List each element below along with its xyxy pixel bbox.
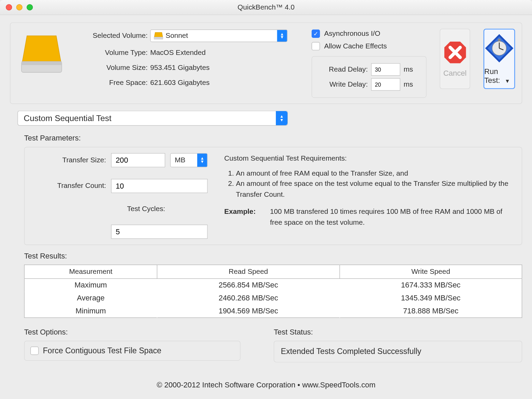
free-space-label: Free Space:: [75, 79, 150, 87]
allow-cache-label: Allow Cache Effects: [324, 42, 387, 50]
svg-rect-2: [154, 37, 163, 39]
volume-size-label: Volume Size:: [75, 64, 150, 72]
force-contiguous-label: Force Contiguous Test File Space: [43, 346, 161, 355]
read-delay-unit: ms: [403, 65, 420, 74]
table-row: Maximum 2566.854 MB/Sec 1674.333 MB/Sec: [24, 279, 522, 292]
table-row: Average 2460.268 MB/Sec 1345.349 MB/Sec: [24, 292, 522, 305]
table-row: Minimum 1904.569 MB/Sec 718.888 MB/Sec: [24, 305, 522, 317]
volume-size-value: 953.451 Gigabytes: [150, 64, 287, 72]
volume-panel: Selected Volume: Sonnet ▲▼ Volume Type: …: [10, 23, 522, 104]
svg-rect-1: [21, 61, 62, 65]
window-title: QuickBench™ 4.0: [0, 3, 532, 11]
transfer-count-input[interactable]: [111, 179, 208, 193]
delay-group: Read Delay: ms Write Delay: ms: [312, 56, 427, 98]
write-delay-label: Write Delay:: [318, 80, 368, 88]
selected-volume-dropdown[interactable]: Sonnet ▲▼: [150, 30, 287, 42]
free-space-value: 621.603 Gigabytes: [150, 79, 287, 87]
test-status-value: Extended Tests Completed Successfully: [281, 347, 422, 356]
results-table: Measurement Read Speed Write Speed Maxim…: [24, 265, 522, 318]
chevron-down-icon: ▼: [505, 78, 510, 84]
footer-text: © 2000-2012 Intech Software Corporation …: [10, 381, 522, 389]
drive-icon: [19, 31, 64, 77]
transfer-size-unit-dropdown[interactable]: MB ▲▼: [170, 153, 208, 167]
read-delay-input[interactable]: [371, 63, 400, 76]
write-delay-input[interactable]: [371, 78, 400, 91]
chevron-updown-icon: ▲▼: [277, 30, 287, 42]
test-cycles-input[interactable]: [111, 225, 208, 239]
async-io-checkbox[interactable]: ✓: [312, 30, 320, 38]
allow-cache-checkbox[interactable]: [312, 42, 320, 50]
test-parameters-panel: Transfer Size: MB ▲▼ Transfer Count: Tes…: [24, 147, 522, 245]
svg-rect-7: [498, 39, 500, 41]
volume-type-label: Volume Type:: [75, 49, 150, 57]
requirement-1: An amount of free RAM equal to the Trans…: [236, 168, 515, 178]
cancel-label: Cancel: [443, 69, 467, 78]
async-io-label: Asynchronous I/O: [324, 30, 380, 38]
transfer-size-unit-value: MB: [171, 156, 197, 164]
transfer-size-label: Transfer Size:: [31, 156, 106, 164]
cancel-icon: [442, 40, 467, 65]
run-test-button[interactable]: Run Test: ▼: [484, 29, 515, 89]
cancel-button[interactable]: Cancel: [440, 29, 470, 89]
selected-volume-label: Selected Volume:: [75, 32, 150, 40]
chevron-updown-icon: ▲▼: [276, 111, 287, 125]
selected-volume-value: Sonnet: [166, 32, 277, 40]
test-cycles-label: Test Cycles:: [111, 205, 165, 213]
test-status-label: Test Status:: [274, 328, 522, 337]
test-type-value: Custom Sequential Test: [18, 113, 111, 123]
requirements-text: Custom Sequential Test Requirements: An …: [224, 153, 515, 227]
requirement-2: An amount of free space on the test volu…: [236, 178, 515, 200]
volume-type-value: MacOS Extended: [150, 49, 287, 57]
example-label: Example:: [224, 206, 266, 227]
test-results-label: Test Results:: [24, 252, 522, 261]
transfer-size-input[interactable]: [111, 153, 165, 167]
titlebar: QuickBench™ 4.0: [0, 0, 532, 15]
stopwatch-icon: [484, 33, 514, 63]
write-delay-unit: ms: [403, 80, 420, 88]
test-type-dropdown[interactable]: Custom Sequential Test ▲▼: [17, 111, 288, 126]
col-write-speed: Write Speed: [340, 265, 522, 279]
test-options-label: Test Options:: [24, 328, 240, 337]
read-delay-label: Read Delay:: [318, 65, 368, 74]
test-parameters-label: Test Parameters:: [24, 134, 522, 143]
transfer-count-label: Transfer Count:: [31, 182, 106, 190]
example-text: 100 MB transfered 10 times requires 100 …: [270, 206, 515, 227]
chevron-updown-icon: ▲▼: [197, 153, 207, 167]
requirements-heading: Custom Sequential Test Requirements:: [224, 153, 515, 164]
col-measurement: Measurement: [24, 265, 157, 279]
force-contiguous-checkbox[interactable]: [30, 346, 39, 355]
volume-mini-icon: [154, 32, 163, 40]
col-read-speed: Read Speed: [157, 265, 340, 279]
